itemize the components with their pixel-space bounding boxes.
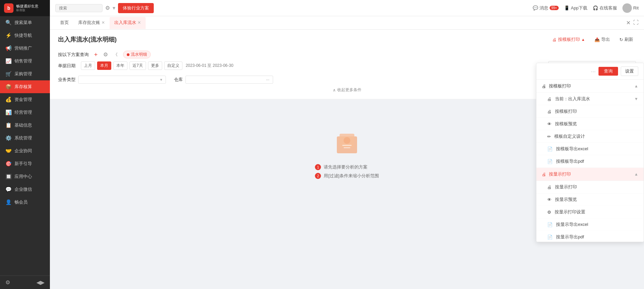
- date-btn-this-year[interactable]: 本年: [113, 61, 127, 70]
- hint-num-2: 2: [315, 173, 321, 179]
- date-btn-7days[interactable]: 近7天: [129, 61, 146, 70]
- app-center-icon: 🔲: [5, 174, 12, 180]
- search-input[interactable]: [55, 4, 103, 12]
- filter-title: 按以下方案查询: [58, 52, 89, 58]
- dropdown-template-custom-item[interactable]: ✏ 模板自定义设计: [536, 130, 644, 143]
- close-window-btn[interactable]: ✕: [626, 20, 631, 26]
- member-icon: 👤: [5, 199, 12, 205]
- date-btn-this-month[interactable]: 本月: [97, 61, 111, 70]
- sidebar-item-operation[interactable]: 📊 经营管理: [0, 106, 50, 119]
- current-print-icon: 🖨: [547, 97, 552, 102]
- disp-settings-icon: ⚙: [547, 210, 551, 215]
- inventory-icon: 📦: [5, 84, 12, 90]
- filter-add-btn[interactable]: +: [94, 52, 98, 58]
- sidebar-item-sales[interactable]: 📈 销售管理: [0, 55, 50, 68]
- sidebar: b 畅捷通好生意 标准版 🔍 搜索菜单 ⚡ 快捷导航 📢 营销推广 📈 销售管理…: [0, 0, 50, 289]
- online-service-btn[interactable]: 🎧 在线客服: [593, 5, 617, 11]
- settings-bottom-icon[interactable]: ⚙: [5, 279, 10, 286]
- sidebar-item-label: 搜索菜单: [14, 20, 32, 26]
- sidebar-item-system[interactable]: ⚙️ 系统管理: [0, 132, 50, 144]
- sidebar-item-corp[interactable]: 🤝 企业协同: [0, 144, 50, 157]
- tab-bar: 首页 库存批次账 ✕ 出入库流水 ✕ ✕ ⛶: [50, 16, 644, 30]
- warehouse-label: 仓库: [174, 77, 183, 83]
- sidebar-item-label: 资金管理: [14, 97, 32, 103]
- refresh-btn[interactable]: ↻ 刷新: [617, 35, 636, 44]
- print-template-header-icon: 🖨: [542, 84, 546, 89]
- refresh-icon: ↻: [619, 37, 623, 42]
- dropdown-template-pdf-item[interactable]: 📄 按模板导出pdf: [536, 155, 644, 168]
- sidebar-item-inventory[interactable]: 📦 库存核算: [0, 80, 50, 93]
- date-btn-more[interactable]: 更多: [148, 61, 162, 70]
- collapse-sidebar-icon[interactable]: ◀▶: [36, 279, 45, 286]
- sidebar-item-member[interactable]: 👤 畅会员: [0, 196, 50, 209]
- sidebar-item-finance[interactable]: 💰 资金管理: [0, 93, 50, 106]
- tab-batch-account[interactable]: 库存批次账 ✕: [74, 17, 110, 29]
- corp-icon: 🤝: [5, 148, 12, 154]
- hint-1: 1 请先选择要分析的方案: [315, 164, 379, 170]
- dropdown-display-excel-item[interactable]: 📄 按显示导出excel: [536, 218, 644, 231]
- dropdown-current-item[interactable]: 🖨 当前：出入库流水 ▼: [536, 93, 644, 105]
- tab-inout-flow[interactable]: 出入库流水 ✕: [110, 17, 146, 29]
- sidebar-item-label: 营销推广: [14, 45, 32, 51]
- tab-inout-flow-close[interactable]: ✕: [138, 20, 141, 25]
- print-template-btn[interactable]: 🖨 按模板打印 ▲: [550, 35, 588, 44]
- filter-tag: 流水明细: [123, 51, 151, 58]
- dropdown-dots-btn[interactable]: ···: [591, 69, 596, 74]
- export-btn[interactable]: 📤 导出: [592, 35, 613, 44]
- topbar-chevron-icon[interactable]: ▾: [113, 5, 115, 11]
- filter-collapse-icon[interactable]: 《: [113, 52, 118, 58]
- tag-dot: [127, 53, 129, 56]
- sidebar-item-label: 经营管理: [14, 109, 32, 115]
- operation-icon: 📊: [5, 109, 12, 115]
- dropdown-template-preview-item[interactable]: 👁 按模板预览: [536, 118, 644, 130]
- sidebar-item-label: 系统管理: [14, 135, 32, 141]
- sidebar-item-label: 应用中心: [14, 174, 32, 180]
- print-icon: 🖨: [552, 37, 557, 42]
- sidebar-item-purchase[interactable]: 🛒 采购管理: [0, 68, 50, 80]
- query-btn[interactable]: 查询: [598, 67, 618, 76]
- disp-pdf-icon: 📄: [547, 235, 553, 240]
- dropdown-header-arrow: ▲: [634, 84, 638, 88]
- biz-type-select[interactable]: ▾: [78, 76, 166, 84]
- sidebar-item-newbie[interactable]: 🎯 新手引导: [0, 157, 50, 170]
- dropdown-display-pdf-item[interactable]: 📄 按显示导出pdf: [536, 231, 644, 242]
- disp-preview-icon: 👁: [547, 197, 552, 202]
- dropdown-template-print-item[interactable]: 🖨 按模板打印: [536, 105, 644, 118]
- warehouse-more-icon[interactable]: ···: [266, 77, 269, 82]
- sidebar-item-enterprise-wechat[interactable]: 💬 企业微信: [0, 183, 50, 196]
- dropdown-display-preview-item[interactable]: 👁 按显示预览: [536, 193, 644, 206]
- date-btn-last-month[interactable]: 上月: [81, 61, 95, 70]
- svg-rect-3: [342, 145, 352, 146]
- message-badge: 99+: [550, 6, 559, 10]
- dropdown-display-settings-item[interactable]: ⚙ 按显示打印设置: [536, 206, 644, 218]
- dropdown-template-print-header[interactable]: 🖨 按模板打印 ▲: [536, 80, 644, 93]
- sidebar-item-app-center[interactable]: 🔲 应用中心: [0, 170, 50, 183]
- app-download-btn[interactable]: 📱 App下载: [564, 5, 587, 11]
- app-name: 畅捷通好生意 标准版: [16, 4, 38, 12]
- sidebar-item-label: 采购管理: [14, 71, 32, 77]
- industry-btn[interactable]: 体验行业方案: [118, 3, 154, 13]
- dropdown-display-print-item[interactable]: 🖨 按显示打印: [536, 181, 644, 193]
- topbar-gear-icon[interactable]: ⚙: [105, 5, 110, 11]
- page-actions: 🖨 按模板打印 ▲ 📤 导出 ↻ 刷新: [550, 35, 636, 44]
- maximize-window-btn[interactable]: ⛶: [633, 20, 639, 26]
- filter-setting-btn[interactable]: ⚙: [103, 51, 108, 58]
- chevron-up-icon: ▲: [581, 37, 585, 42]
- sidebar-item-marketing[interactable]: 📢 营销推广: [0, 42, 50, 55]
- user-avatar-btn[interactable]: Rit: [622, 3, 639, 13]
- sidebar-item-search[interactable]: 🔍 搜索菜单: [0, 16, 50, 29]
- tab-home[interactable]: 首页: [55, 17, 74, 29]
- basic-icon: 📋: [5, 122, 12, 128]
- settings-btn[interactable]: 设置: [621, 67, 638, 76]
- dropdown-display-print-header[interactable]: 🖨 按显示打印 ▲: [536, 168, 644, 181]
- topbar-right: 💬 消息 99+ 📱 App下载 🎧 在线客服 Rit: [533, 3, 639, 13]
- dropdown-template-excel-item[interactable]: 📄 按模板导出excel: [536, 143, 644, 155]
- warehouse-select[interactable]: ···: [185, 76, 273, 84]
- tab-batch-account-close[interactable]: ✕: [101, 20, 105, 25]
- hint-num-1: 1: [315, 164, 321, 170]
- sidebar-item-quick-nav[interactable]: ⚡ 快捷导航: [0, 29, 50, 42]
- date-btn-custom[interactable]: 自定义: [164, 61, 182, 70]
- sidebar-item-label: 快捷导航: [14, 32, 32, 38]
- sidebar-item-basic[interactable]: 📋 基础信息: [0, 119, 50, 132]
- message-btn[interactable]: 💬 消息 99+: [533, 5, 559, 11]
